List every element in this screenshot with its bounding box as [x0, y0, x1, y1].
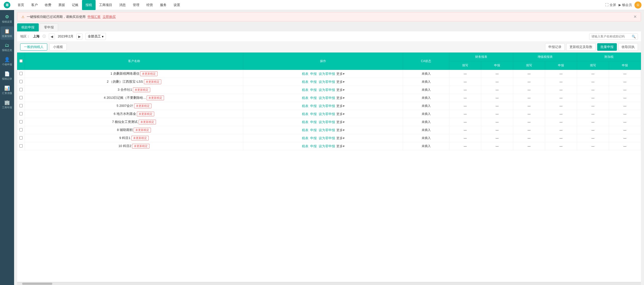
nav-item-1[interactable]: 客户: [28, 0, 41, 10]
op-report-4[interactable]: 申报: [310, 104, 317, 108]
op-tax-5[interactable]: 税表: [302, 112, 308, 116]
sidebar-item-0[interactable]: ⚙报税设置: [1, 12, 14, 25]
nav-item-9[interactable]: 经营: [143, 0, 156, 10]
op-zero-4[interactable]: 设为零申报: [319, 104, 335, 108]
op-tax-1[interactable]: 税表: [302, 80, 308, 84]
dept-select[interactable]: 全部员工 ▾: [86, 33, 106, 40]
nav-item-11[interactable]: 设置: [170, 0, 184, 10]
op-more-3[interactable]: 更多▾: [336, 96, 345, 100]
sidebar-item-5[interactable]: 📊汇算清缴: [1, 83, 14, 97]
op-tax-4[interactable]: 税表: [302, 104, 308, 108]
search-btn[interactable]: 🔍: [630, 34, 638, 39]
row-checkbox-input-6[interactable]: [19, 120, 23, 123]
row-checkbox-input-5[interactable]: [19, 112, 23, 115]
alert-link-report[interactable]: 申报汇签: [88, 15, 101, 19]
nav-item-2[interactable]: 收费: [41, 0, 55, 10]
avatar[interactable]: 会: [634, 2, 641, 9]
member-btn[interactable]: ▶ 畅会员: [619, 3, 632, 7]
subtab-small[interactable]: 小规模: [49, 43, 67, 51]
op-zero-9[interactable]: 设为零申报: [319, 144, 335, 148]
op-more-0[interactable]: 更多▾: [336, 72, 345, 76]
op-more-5[interactable]: 更多▾: [336, 112, 345, 116]
alert-close-icon[interactable]: ✕: [633, 14, 637, 19]
row-checkbox-input-1[interactable]: [19, 80, 23, 83]
op-more-8[interactable]: 更多▾: [336, 136, 345, 140]
cancel-btn[interactable]: 收取回执: [618, 43, 638, 51]
op-zero-5[interactable]: 设为零申报: [319, 112, 335, 116]
op-tax-6[interactable]: 税表: [302, 120, 308, 124]
date-prev-btn[interactable]: ◀: [49, 33, 55, 39]
row-checkbox-input-0[interactable]: [19, 72, 23, 75]
status-badge-7[interactable]: 未更新税定: [134, 128, 151, 132]
status-badge-3[interactable]: 未更新税定: [147, 96, 164, 100]
status-badge-6[interactable]: 未更新税定: [139, 120, 156, 124]
op-more-4[interactable]: 更多▾: [336, 104, 345, 108]
op-more-1[interactable]: 更多▾: [336, 80, 345, 84]
op-tax-8[interactable]: 税表: [302, 136, 308, 140]
op-tax-2[interactable]: 税表: [302, 88, 308, 92]
op-tax-7[interactable]: 税表: [302, 128, 308, 132]
status-badge-4[interactable]: 未更新税定: [134, 104, 151, 108]
info-icon[interactable]: ⓘ: [43, 34, 46, 39]
sidebar-item-4[interactable]: 📄报税记录: [1, 69, 14, 82]
op-report-8[interactable]: 申报: [310, 136, 317, 140]
sidebar-item-3[interactable]: 👤个税申报: [1, 55, 14, 68]
op-more-2[interactable]: 更多▾: [336, 88, 345, 92]
tab-btn-0[interactable]: 税款申报: [17, 23, 39, 31]
select-all-checkbox[interactable]: [19, 59, 23, 63]
op-zero-0[interactable]: 设为零申报: [319, 72, 335, 76]
op-zero-1[interactable]: 设为零申报: [319, 80, 335, 84]
nav-item-8[interactable]: 管理: [129, 0, 143, 10]
fullscreen-btn[interactable]: ⛶ 全屏: [605, 3, 616, 7]
row-checkbox-input-8[interactable]: [19, 136, 23, 139]
op-report-6[interactable]: 申报: [310, 120, 317, 124]
status-badge-8[interactable]: 未更新税定: [131, 136, 149, 140]
status-badge-9[interactable]: 未更新税定: [132, 144, 149, 149]
status-badge-5[interactable]: 未更新税定: [137, 112, 154, 116]
sidebar-item-6[interactable]: 🏢工商年报: [1, 98, 14, 111]
subtab-general[interactable]: 一般的纳税人: [20, 43, 47, 51]
op-report-7[interactable]: 申报: [310, 128, 317, 132]
sidebar-item-2[interactable]: 🗂报税总览: [1, 41, 14, 54]
scroll-bar-area[interactable]: [17, 282, 641, 285]
shenbaojilu-btn[interactable]: 申报记录: [545, 43, 565, 51]
batch-report-btn[interactable]: 批量申报: [597, 43, 617, 51]
op-more-7[interactable]: 更多▾: [336, 128, 345, 132]
op-zero-6[interactable]: 设为零申报: [319, 120, 335, 124]
alert-link-buy[interactable]: 立即购买: [103, 15, 116, 19]
op-report-2[interactable]: 申报: [310, 88, 317, 92]
op-zero-3[interactable]: 设为零申报: [319, 96, 335, 100]
nav-item-3[interactable]: 票据: [55, 0, 68, 10]
op-report-0[interactable]: 申报: [310, 72, 317, 76]
op-report-3[interactable]: 申报: [310, 96, 317, 100]
nav-item-4[interactable]: 记账: [68, 0, 82, 10]
status-badge-0[interactable]: 未更新税定: [140, 71, 157, 76]
op-tax-0[interactable]: 税表: [302, 72, 308, 76]
row-checkbox-input-7[interactable]: [19, 128, 23, 131]
status-badge-2[interactable]: 未更新税定: [133, 87, 150, 92]
status-badge-1[interactable]: 未更新税定: [144, 79, 161, 84]
op-zero-2[interactable]: 设为零申报: [319, 88, 335, 92]
op-zero-8[interactable]: 设为零申报: [319, 136, 335, 140]
nav-item-5[interactable]: 报税: [82, 0, 96, 10]
op-tax-9[interactable]: 税表: [302, 144, 308, 148]
op-more-9[interactable]: 更多▾: [336, 144, 345, 148]
row-checkbox-input-4[interactable]: [19, 104, 23, 107]
op-report-5[interactable]: 申报: [310, 112, 317, 116]
row-checkbox-input-9[interactable]: [19, 144, 23, 148]
nav-item-0[interactable]: 首页: [14, 0, 28, 10]
date-next-btn[interactable]: ▶: [76, 33, 83, 39]
tab-btn-1[interactable]: 零申报: [40, 23, 58, 31]
nav-item-6[interactable]: 工商项目: [96, 0, 116, 10]
nav-item-7[interactable]: 消息: [116, 0, 129, 10]
row-checkbox-input-3[interactable]: [19, 96, 23, 99]
sidebar-item-1[interactable]: 📋批量报税: [1, 26, 14, 40]
op-zero-7[interactable]: 设为零申报: [319, 128, 335, 132]
op-more-6[interactable]: 更多▾: [336, 120, 345, 124]
nav-item-10[interactable]: 服务: [156, 0, 170, 10]
op-report-9[interactable]: 申报: [310, 144, 317, 148]
row-checkbox-input-2[interactable]: [19, 88, 23, 91]
search-input[interactable]: [589, 34, 630, 39]
update-btn[interactable]: 更新税定及取数: [566, 43, 596, 51]
op-tax-3[interactable]: 税表: [302, 96, 308, 100]
